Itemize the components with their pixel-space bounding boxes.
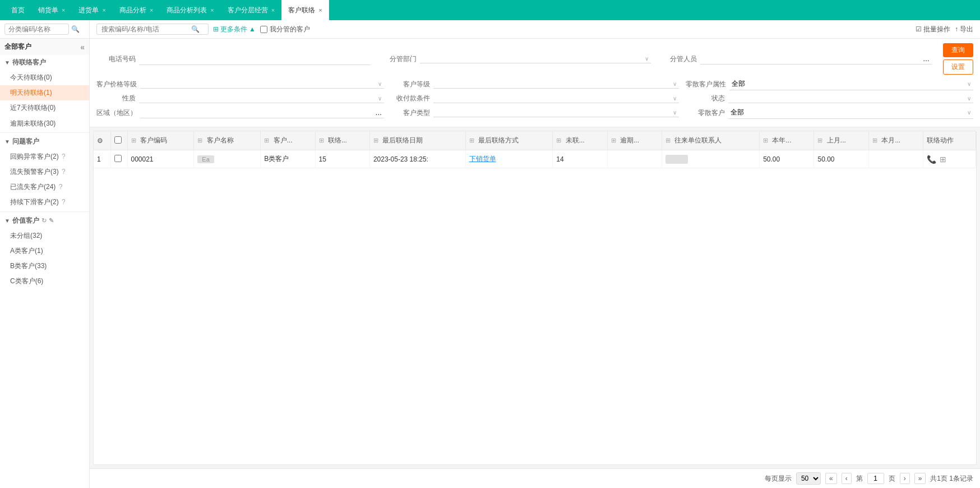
sidebar-item-c-class[interactable]: C类客户(6) — [0, 274, 89, 289]
payment-terms-select[interactable]: ∨ — [433, 94, 678, 103]
my-customers-input[interactable] — [260, 26, 267, 33]
close-product-analysis-list-icon[interactable]: × — [210, 7, 214, 13]
nav-customer-segmentation[interactable]: 客户分层经营 × — [221, 0, 281, 20]
problem-customer-group[interactable]: ▼ 问题客户 — [0, 134, 89, 149]
reset-button[interactable]: 设置 — [943, 59, 973, 75]
customer-type-field: 客户类型 ∨ — [391, 108, 678, 118]
dept-select[interactable]: ∨ — [420, 54, 651, 63]
customer-table-container: ⚙ ⊞ 客户编码 ⊞ 客户名称 — [93, 131, 977, 465]
customer-level-select[interactable]: ∨ — [433, 80, 678, 89]
retail-attr-select[interactable]: 全部 ∨ — [729, 78, 973, 90]
customer-type-chevron-icon: ∨ — [673, 109, 677, 116]
retail-customer-select[interactable]: 全部 ∨ — [728, 107, 973, 119]
close-purchase-order-icon[interactable]: × — [102, 7, 105, 13]
sidebar-item-a-class[interactable]: A类客户(1) — [0, 243, 89, 259]
retail-customer-field: 零散客户 全部 ∨ — [686, 107, 973, 119]
adv-filter-row-3: 性质 ∨ 收付款条件 ∨ 状态 — [96, 94, 973, 103]
nature-field: 性质 ∨ — [96, 94, 384, 103]
next-page-btn[interactable]: › — [900, 473, 910, 484]
sidebar-item-ungrouped[interactable]: 未分组(32) — [0, 228, 89, 243]
select-all-checkbox[interactable] — [114, 136, 122, 144]
filter-action-btns: 查询 设置 — [943, 43, 973, 75]
nav-sales-order[interactable]: 销货单 × — [31, 0, 72, 20]
nav-purchase-order[interactable]: 进货单 × — [72, 0, 112, 20]
adv-filter-row-2: 客户价格等级 ∨ 客户等级 ∨ 零散客户属性 全部 — [96, 78, 973, 90]
nav-product-analysis-list[interactable]: 商品分析列表 × — [160, 0, 220, 20]
pending-contact-group[interactable]: ▼ 待联络客户 — [0, 55, 89, 70]
cell-last-contact-date: 2023-05-23 18:25: — [369, 150, 465, 168]
export-btn[interactable]: ↑ 导出 — [955, 25, 973, 34]
close-product-analysis-icon[interactable]: × — [150, 7, 153, 13]
refresh-icon[interactable]: ↻ — [41, 217, 47, 224]
close-customer-contact-icon[interactable]: × — [318, 7, 322, 13]
all-customers-section: 全部客户 « — [0, 39, 89, 55]
grid-action-icon[interactable]: ⊞ — [940, 155, 946, 164]
area-select[interactable]: … — [140, 108, 384, 118]
my-customers-checkbox[interactable]: 我分管的客户 — [260, 25, 310, 34]
sidebar-item-overdue-contact[interactable]: 逾期未联络(30) — [0, 116, 89, 131]
row-checkbox[interactable] — [114, 155, 122, 162]
settings-icon[interactable]: ⚙ — [97, 137, 103, 145]
content-area: 🔍 ⊞ 更多条件 ▲ 我分管的客户 ☑ 批量操作 ↑ 导出 — [90, 20, 980, 488]
customer-type-select[interactable]: ∨ — [433, 108, 678, 117]
status-select[interactable]: ∨ — [728, 94, 973, 103]
sidebar: 🔍 全部客户 « ▼ 待联络客户 今天待联络(0) 明天待联络(1) 近7天待联… — [0, 20, 90, 488]
name-placeholder: Ea — [197, 155, 214, 163]
sidebar-item-churn-warning[interactable]: 流失预警客户(3) ? — [0, 164, 89, 179]
sidebar-item-7day-contact[interactable]: 近7天待联络(0) — [0, 100, 89, 116]
person-select[interactable]: … — [700, 54, 932, 65]
sidebar-search-input[interactable] — [4, 24, 69, 35]
batch-operation-btn[interactable]: ☑ 批量操作 — [916, 25, 950, 34]
query-button[interactable]: 查询 — [943, 43, 973, 57]
cell-last-month: 50.00 — [814, 150, 868, 168]
sidebar-item-tomorrow-contact[interactable]: 明天待联络(1) — [0, 85, 89, 100]
phone-input[interactable] — [139, 53, 371, 65]
status-chevron-icon: ∨ — [967, 95, 971, 102]
prev-page-btn[interactable]: ‹ — [842, 473, 852, 484]
edit-icon[interactable]: ✎ — [49, 217, 54, 224]
col-sort-icon-unc: ⊞ — [556, 137, 561, 144]
sidebar-item-b-class[interactable]: B类客户(33) — [0, 259, 89, 274]
filter-search-icon[interactable]: 🔍 — [191, 25, 200, 33]
table-header-row: ⚙ ⊞ 客户编码 ⊞ 客户名称 — [94, 131, 976, 150]
close-customer-segmentation-icon[interactable]: × — [271, 7, 275, 13]
more-filters-btn[interactable]: ⊞ 更多条件 ▲ — [213, 25, 256, 34]
sidebar-search-icon[interactable]: 🔍 — [71, 25, 80, 33]
sidebar-collapse-btn[interactable]: « — [80, 43, 85, 52]
adv-filter-row-1: 电话号码 分管部门 ∨ 分管人员 … — [96, 43, 973, 75]
col-sort-icon-count: ⊞ — [319, 137, 324, 144]
batch-check-icon: ☑ — [916, 25, 922, 33]
col-overdue: ⊞ 逾期... — [607, 131, 662, 150]
cell-uncontacted: 14 — [553, 150, 607, 168]
sidebar-item-churned[interactable]: 已流失客户(24) ? — [0, 179, 89, 195]
phone-action-icon[interactable]: 📞 — [927, 155, 936, 164]
nav-home[interactable]: 首页 — [4, 0, 31, 20]
sidebar-item-abnormal-repurchase[interactable]: 回购异常客户(2) ? — [0, 149, 89, 164]
value-customer-group[interactable]: ▼ 价值客户 ↻ ✎ — [0, 213, 89, 228]
last-page-btn[interactable]: » — [914, 473, 926, 484]
col-sort-icon-last-month: ⊞ — [817, 137, 822, 144]
per-page-select[interactable]: 50 — [796, 472, 821, 485]
sidebar-search-area: 🔍 — [0, 20, 89, 39]
cell-contact-person — [662, 150, 759, 168]
col-action: 联络动作 — [923, 131, 976, 150]
sidebar-item-today-contact[interactable]: 今天待联络(0) — [0, 70, 89, 85]
question-icon-3: ? — [62, 198, 66, 206]
close-sales-order-icon[interactable]: × — [62, 7, 65, 13]
problem-arrow-icon: ▼ — [4, 139, 10, 145]
nav-customer-contact[interactable]: 客户联络 × — [281, 0, 329, 20]
sidebar-item-declining[interactable]: 持续下滑客户(2) ? — [0, 195, 89, 210]
last-contact-method-link[interactable]: 下销货单 — [469, 155, 496, 163]
nav-product-analysis[interactable]: 商品分析 × — [113, 0, 160, 20]
filter-search-box: 🔍 — [96, 24, 209, 35]
page-number-input[interactable] — [867, 473, 884, 484]
price-level-field: 客户价格等级 ∨ — [96, 80, 384, 89]
first-page-btn[interactable]: « — [825, 473, 837, 484]
filter-search-input[interactable] — [101, 25, 191, 33]
cell-last-contact-method: 下销货单 — [465, 150, 553, 168]
price-level-select[interactable]: ∨ — [140, 80, 384, 89]
col-checkbox — [110, 131, 127, 150]
cell-this-year: 50.00 — [760, 150, 814, 168]
pagination: 每页显示 50 « ‹ 第 页 › » 共1页 1条记录 — [90, 468, 980, 488]
nature-select[interactable]: ∨ — [139, 94, 384, 103]
